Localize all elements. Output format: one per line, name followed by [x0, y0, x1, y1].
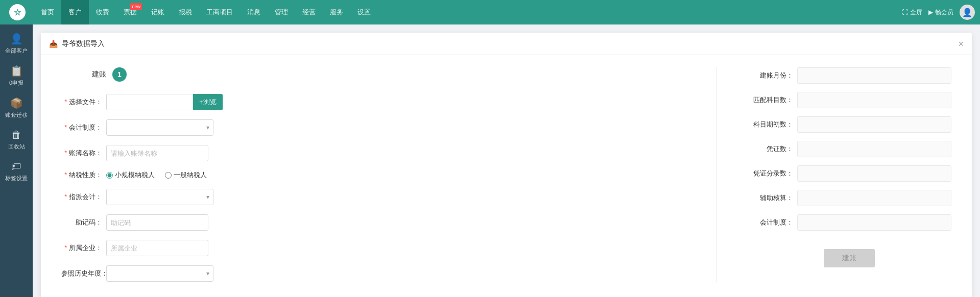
info-init-label: 科目期初数：: [747, 120, 793, 129]
ledger-label: 账簿名称：: [61, 148, 102, 158]
info-entries-row: 凭证分录数：: [747, 165, 951, 182]
new-badge: new: [130, 3, 142, 10]
info-aux-value: [797, 190, 951, 206]
info-voucher-value: [797, 141, 951, 157]
step-label: 建账: [92, 70, 106, 79]
accountant-row: 指派会计：: [61, 189, 685, 205]
nav-item-home[interactable]: 首页: [34, 0, 61, 24]
dialog-title-icon: 📥: [49, 40, 58, 48]
memo-row: 助记码：: [61, 214, 685, 231]
nav-item-customer[interactable]: 客户: [61, 0, 89, 24]
step-header: 建账 1: [92, 67, 127, 82]
tax-radio-group: 小规模纳税人 一般纳税人: [106, 170, 207, 180]
zero-declare-icon: 📋: [10, 65, 23, 77]
nav-item-service[interactable]: 服务: [323, 0, 350, 24]
sidebar-item-tags[interactable]: 🏷 标签设置: [1, 157, 32, 186]
info-voucher-label: 凭证数：: [747, 144, 793, 154]
radio-small-taxpayer[interactable]: 小规模纳税人: [106, 170, 155, 180]
file-label: 选择文件：: [61, 97, 102, 107]
file-row: 选择文件： +浏览: [61, 94, 685, 110]
tax-row: 纳税性质： 小规模纳税人 一般纳税人: [61, 170, 685, 180]
info-accounting-system-label: 会计制度：: [747, 218, 793, 227]
fullscreen-icon: ⛶: [902, 9, 908, 16]
info-match-value: [797, 92, 951, 108]
accountant-select-wrapper: [106, 189, 213, 205]
recycle-icon: 🗑: [11, 129, 21, 141]
radio-general-input[interactable]: [165, 172, 172, 179]
sidebar-item-all-customers[interactable]: 👤 全部客户: [1, 29, 32, 59]
info-month-value: [797, 67, 951, 84]
sidebar-item-label-recycle: 回收站: [8, 143, 25, 151]
sidebar-item-migrate[interactable]: 📦 账套迁移: [1, 93, 32, 123]
dialog: 📥 导爷数据导入 × 建账 1 选择文件：: [41, 33, 972, 297]
nav-item-operation[interactable]: 经营: [295, 0, 323, 24]
browse-button[interactable]: +浏览: [193, 94, 223, 110]
sidebar: 👤 全部客户 📋 0申报 📦 账套迁移 🗑 回收站 🏷 标签设置: [0, 24, 33, 297]
info-aux-row: 辅助核算：: [747, 190, 951, 206]
history-select[interactable]: [106, 265, 213, 282]
member-btn[interactable]: ▶ 畅会员: [928, 8, 953, 17]
sidebar-item-label-zero: 0申报: [9, 79, 23, 87]
history-select-wrapper: [106, 265, 213, 282]
top-nav: ☆ 首页 客户 收费 票据 new 记账 报税 工商项目 消息 管理 经营 服务…: [0, 0, 980, 24]
nav-right: ⛶ 全屏 ▶ 畅会员 👤: [902, 5, 975, 20]
nav-item-business[interactable]: 工商项目: [199, 0, 240, 24]
nav-item-bookkeeping[interactable]: 记账: [144, 0, 172, 24]
ledger-input[interactable]: [106, 145, 208, 161]
radio-small-label: 小规模纳税人: [115, 170, 155, 180]
sidebar-item-label-tags: 标签设置: [5, 175, 28, 182]
create-account-button[interactable]: 建账: [824, 249, 875, 267]
step-circle: 1: [112, 67, 127, 82]
vertical-divider: [716, 67, 716, 282]
info-month-label: 建账月份：: [747, 71, 793, 80]
logo[interactable]: ☆: [5, 0, 30, 24]
info-month-row: 建账月份：: [747, 67, 951, 84]
info-accounting-system-value: [797, 214, 951, 231]
form-panel: 建账 1 选择文件： +浏览 会计制度：: [61, 67, 685, 282]
company-input[interactable]: [106, 240, 208, 256]
company-row: 所属企业：: [61, 240, 685, 256]
info-accounting-system-row: 会计制度：: [747, 214, 951, 231]
nav-item-message[interactable]: 消息: [240, 0, 268, 24]
nav-item-tax[interactable]: 报税: [172, 0, 199, 24]
all-customers-icon: 👤: [10, 33, 23, 45]
info-init-value: [797, 116, 951, 133]
play-icon: ▶: [928, 9, 933, 16]
info-section: 建账月份： 匹配科目数： 科目期初数： 凭证数：: [747, 67, 951, 239]
accountant-label: 指派会计：: [61, 192, 102, 202]
radio-general-taxpayer[interactable]: 一般纳税人: [165, 170, 207, 180]
memo-label: 助记码：: [61, 218, 102, 227]
accounting-select[interactable]: [106, 119, 213, 136]
ledger-row: 账簿名称：: [61, 145, 685, 161]
action-area: 建账: [747, 249, 951, 267]
accounting-select-wrapper: [106, 119, 213, 136]
info-entries-value: [797, 165, 951, 182]
sidebar-item-recycle[interactable]: 🗑 回收站: [1, 125, 32, 155]
sidebar-item-label-customers: 全部客户: [5, 47, 28, 55]
history-row: 参照历史年度：: [61, 265, 685, 282]
nav-item-fee[interactable]: 收费: [89, 0, 116, 24]
accounting-row: 会计制度：: [61, 119, 685, 136]
nav-item-settings[interactable]: 设置: [350, 0, 378, 24]
sidebar-item-zero-declare[interactable]: 📋 0申报: [1, 61, 32, 91]
info-aux-label: 辅助核算：: [747, 193, 793, 203]
migrate-icon: 📦: [10, 97, 23, 109]
sidebar-item-label-migrate: 账套迁移: [5, 111, 28, 119]
close-button[interactable]: ×: [958, 39, 964, 48]
memo-input[interactable]: [106, 214, 208, 231]
avatar[interactable]: 👤: [960, 5, 975, 20]
info-init-row: 科目期初数：: [747, 116, 951, 133]
accountant-select[interactable]: [106, 189, 213, 205]
info-entries-label: 凭证分录数：: [747, 169, 793, 178]
file-input[interactable]: [106, 94, 193, 110]
dialog-body: 建账 1 选择文件： +浏览 会计制度：: [41, 55, 972, 294]
accounting-label: 会计制度：: [61, 123, 102, 132]
info-panel: 建账月份： 匹配科目数： 科目期初数： 凭证数：: [747, 67, 951, 282]
dialog-header: 📥 导爷数据导入 ×: [41, 33, 972, 55]
main-content: 📥 导爷数据导入 × 建账 1 选择文件：: [33, 24, 980, 297]
nav-item-manage[interactable]: 管理: [268, 0, 295, 24]
fullscreen-btn[interactable]: ⛶ 全屏: [902, 8, 922, 17]
radio-small-input[interactable]: [106, 172, 113, 179]
logo-icon: ☆: [9, 4, 26, 20]
nav-item-invoice[interactable]: 票据 new: [116, 0, 144, 24]
